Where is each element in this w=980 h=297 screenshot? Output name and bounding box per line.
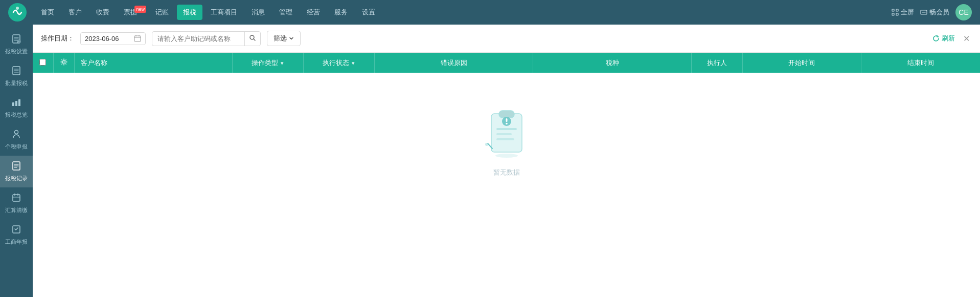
sidebar-item-annual-settlement[interactable]: 汇算清缴	[0, 187, 33, 219]
filter-button[interactable]: 筛选	[267, 31, 301, 46]
th-settings[interactable]	[53, 53, 74, 73]
svg-rect-21	[499, 111, 514, 118]
th-err-reason: 错误原因	[375, 53, 533, 73]
main-layout: 报税设置 批量报税 报税总览	[0, 25, 980, 297]
th-exec-status[interactable]: 执行状态	[304, 53, 375, 73]
app-logo[interactable]	[8, 3, 27, 22]
chevron-down-icon	[289, 36, 294, 41]
new-badge: new	[134, 6, 146, 13]
empty-text: 暂无数据	[493, 168, 520, 177]
search-input[interactable]	[152, 32, 244, 45]
sidebar-label-tax-records: 报税记录	[5, 175, 28, 182]
sidebar-item-batch-tax[interactable]: 批量报税	[0, 60, 33, 92]
close-button[interactable]: ✕	[961, 32, 972, 46]
empty-icon	[481, 103, 532, 160]
tax-records-icon	[11, 161, 21, 173]
member-button[interactable]: 畅会员	[920, 8, 949, 17]
sidebar-item-annual-report[interactable]: 工商年报	[0, 219, 33, 251]
data-table: 客户名称 操作类型 执行状态 错误原因 税种 执行人 开始时间 结束时间	[33, 53, 980, 208]
svg-rect-26	[506, 118, 507, 122]
svg-rect-10	[12, 102, 14, 106]
nav-items-list: 首页 客户 收费 票据 new 记账 报税 工商项目 消息 管理 经营 服务 设…	[35, 5, 892, 20]
sidebar-label-batch-tax: 批量报税	[5, 79, 28, 87]
sidebar-item-tax-settings[interactable]: 报税设置	[0, 29, 33, 60]
search-icon	[249, 34, 256, 41]
th-op-type[interactable]: 操作类型	[233, 53, 304, 73]
settings-icon	[60, 58, 68, 66]
sidebar-item-tax-overview[interactable]: 报税总览	[0, 92, 33, 124]
nav-item-billing[interactable]: 收费	[90, 5, 116, 20]
nav-item-messages[interactable]: 消息	[245, 5, 271, 20]
nav-item-invoice[interactable]: 票据 new	[118, 5, 147, 20]
nav-item-manage[interactable]: 管理	[273, 5, 299, 20]
th-checkbox[interactable]	[33, 53, 53, 73]
empty-state-row: 暂无数据	[33, 73, 980, 208]
svg-rect-23	[496, 133, 512, 135]
search-wrapper	[152, 31, 261, 46]
tax-overview-icon	[11, 97, 21, 109]
date-input[interactable]	[85, 35, 131, 43]
nav-item-accounting[interactable]: 记账	[149, 5, 175, 20]
nav-item-customer[interactable]: 客户	[62, 5, 88, 20]
svg-rect-2	[892, 9, 894, 11]
tax-settings-icon	[11, 34, 21, 46]
svg-point-30	[495, 154, 518, 158]
svg-rect-15	[13, 195, 20, 201]
table-container: 客户名称 操作类型 执行状态 错误原因 税种 执行人 开始时间 结束时间	[33, 53, 980, 297]
svg-point-19	[62, 61, 65, 63]
table-header-row: 客户名称 操作类型 执行状态 错误原因 税种 执行人 开始时间 结束时间	[33, 53, 980, 73]
sidebar-label-annual-settlement: 汇算清缴	[5, 206, 28, 214]
svg-rect-11	[15, 101, 17, 106]
nav-item-home[interactable]: 首页	[35, 5, 60, 20]
batch-tax-icon	[11, 66, 21, 77]
svg-rect-4	[892, 13, 894, 15]
svg-point-27	[506, 123, 508, 125]
top-navigation: 首页 客户 收费 票据 new 记账 报税 工商项目 消息 管理 经营 服务 设…	[0, 0, 980, 25]
sidebar-label-annual-report: 工商年报	[5, 238, 28, 246]
search-button[interactable]	[244, 32, 260, 46]
annual-report-icon	[11, 224, 21, 236]
nav-item-settings[interactable]: 设置	[356, 5, 381, 20]
sidebar-label-personal-tax: 个税申报	[5, 143, 28, 151]
nav-item-tax[interactable]: 报税	[177, 5, 202, 20]
svg-point-29	[485, 143, 488, 146]
th-tax-type: 税种	[533, 53, 692, 73]
svg-rect-3	[896, 9, 898, 11]
personal-tax-icon	[11, 129, 21, 141]
empty-state: 暂无数据	[33, 73, 980, 208]
toolbar: 操作日期： 筛选	[33, 25, 980, 53]
annual-settlement-icon	[11, 193, 21, 204]
th-customer-name: 客户名称	[74, 53, 233, 73]
select-all-checkbox[interactable]	[39, 59, 46, 66]
fullscreen-button[interactable]: 全屏	[892, 8, 914, 17]
member-label: 畅会员	[929, 8, 949, 17]
sidebar-label-tax-overview: 报税总览	[5, 111, 28, 119]
calendar-icon	[134, 35, 141, 42]
svg-rect-24	[496, 138, 514, 140]
th-start-time: 开始时间	[742, 53, 861, 73]
sidebar-item-personal-tax[interactable]: 个税申报	[0, 124, 33, 156]
sidebar: 报税设置 批量报税 报税总览	[0, 25, 33, 297]
nav-item-service[interactable]: 服务	[328, 5, 354, 20]
nav-item-operations[interactable]: 经营	[301, 5, 326, 20]
sidebar-label-tax-settings: 报税设置	[5, 48, 28, 55]
filter-label: 筛选	[274, 34, 287, 43]
content-area: 操作日期： 筛选	[33, 25, 980, 297]
date-label: 操作日期：	[41, 34, 74, 43]
svg-rect-12	[18, 99, 20, 106]
svg-point-1	[16, 7, 19, 10]
top-nav-right: 全屏 畅会员 CE	[892, 4, 972, 20]
svg-rect-17	[134, 36, 141, 41]
nav-item-business[interactable]: 工商项目	[204, 5, 243, 20]
svg-rect-5	[896, 13, 898, 15]
th-end-time: 结束时间	[861, 53, 980, 73]
user-avatar[interactable]: CE	[955, 4, 972, 20]
sidebar-item-tax-records[interactable]: 报税记录	[0, 156, 33, 187]
refresh-label: 刷新	[942, 34, 955, 43]
refresh-button[interactable]: 刷新	[932, 34, 955, 43]
svg-rect-22	[496, 128, 517, 130]
fullscreen-label: 全屏	[901, 8, 914, 17]
refresh-icon	[932, 35, 940, 42]
th-executor: 执行人	[692, 53, 742, 73]
date-picker[interactable]	[80, 32, 146, 45]
